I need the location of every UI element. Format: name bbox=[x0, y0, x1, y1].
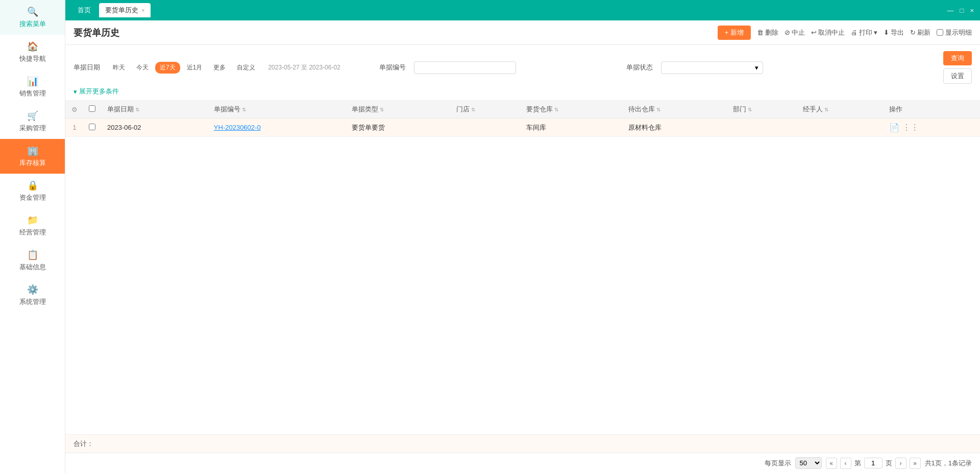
row-department bbox=[728, 119, 798, 137]
first-page-btn[interactable]: « bbox=[826, 458, 837, 469]
stop-icon: ⊘ bbox=[785, 29, 790, 36]
th-bill-no[interactable]: 单据编号 bbox=[209, 101, 347, 119]
page-input[interactable] bbox=[864, 458, 883, 468]
th-gear[interactable]: ⚙ bbox=[65, 101, 84, 119]
th-department[interactable]: 部门 bbox=[728, 101, 798, 119]
quick-nav-icon: 🏠 bbox=[27, 41, 38, 52]
tab-home[interactable]: 首页 bbox=[71, 3, 97, 17]
sidebar-item-label: 基础信息 bbox=[19, 263, 46, 272]
tab-home-label: 首页 bbox=[78, 6, 91, 15]
refresh-icon: ↻ bbox=[910, 29, 916, 36]
print-button[interactable]: 🖨 打印 ▾ bbox=[851, 28, 877, 37]
sidebar-item-finance[interactable]: 🔒 资金管理 bbox=[0, 174, 65, 208]
date-buttons: 昨天 今天 近7天 近1月 更多 自定义 bbox=[108, 62, 260, 74]
delete-button[interactable]: 🗑 删除 bbox=[757, 28, 778, 37]
sidebar-item-operations[interactable]: 📁 经营管理 bbox=[0, 208, 65, 243]
per-page-label: 每页显示 bbox=[765, 459, 791, 468]
bill-no-label: 单据编号 bbox=[379, 63, 406, 72]
purchase-icon: 🛒 bbox=[27, 110, 38, 122]
select-all-checkbox[interactable] bbox=[89, 105, 95, 112]
date-btn-more[interactable]: 更多 bbox=[209, 62, 230, 74]
query-button[interactable]: 查询 bbox=[943, 51, 972, 65]
row-actions-cell: 📄 ⋮⋮ bbox=[884, 119, 980, 137]
inventory-icon: 🏢 bbox=[27, 145, 38, 156]
sidebar-item-purchase[interactable]: 🛒 采购管理 bbox=[0, 104, 65, 139]
prev-page-btn[interactable]: ‹ bbox=[840, 458, 851, 469]
page-actions: + 新增 🗑 删除 ⊘ 中止 ↩ 取消中止 🖨 打印 ▾ bbox=[718, 26, 972, 40]
table-footer: 合计： bbox=[65, 434, 980, 453]
status-select[interactable]: ▾ bbox=[661, 61, 763, 74]
row-handler bbox=[798, 119, 884, 137]
row-bill-no: YH-20230602-0 bbox=[209, 119, 347, 137]
th-store[interactable]: 门店 bbox=[451, 101, 521, 119]
settings-button[interactable]: 设置 bbox=[943, 68, 972, 84]
row-date: 2023-06-02 bbox=[102, 119, 209, 137]
filter-row-1: 单据日期 昨天 今天 近7天 近1月 更多 自定义 2023-05-27 至 2… bbox=[74, 51, 972, 84]
stop-button[interactable]: ⊘ 中止 bbox=[785, 28, 805, 37]
th-handler[interactable]: 经手人 bbox=[798, 101, 884, 119]
next-page-btn[interactable]: › bbox=[895, 458, 906, 469]
page-header: 要货单历史 + 新增 🗑 删除 ⊘ 中止 ↩ 取消中止 🖨 打印 bbox=[65, 20, 980, 45]
date-btn-7days[interactable]: 近7天 bbox=[155, 62, 180, 74]
bill-no-link[interactable]: YH-20230602-0 bbox=[214, 124, 261, 131]
page-suffix: 页 bbox=[886, 459, 892, 468]
window-maximize-btn[interactable]: □ bbox=[960, 7, 964, 14]
pagination: 每页显示 50 20 100 200 « ‹ 第 页 › » 共1页，1条记录 bbox=[65, 453, 980, 473]
row-more-btn[interactable]: ⋮⋮ bbox=[902, 123, 919, 132]
search-menu-icon: 🔍 bbox=[27, 6, 38, 17]
date-btn-yesterday[interactable]: 昨天 bbox=[108, 62, 130, 74]
sidebar-item-quick-nav[interactable]: 🏠 快捷导航 bbox=[0, 35, 65, 69]
show-detail-label: 显示明细 bbox=[945, 28, 972, 37]
export-button[interactable]: ⬇ 导出 bbox=[884, 28, 904, 37]
sidebar-item-label: 搜索菜单 bbox=[19, 19, 46, 29]
th-date[interactable]: 单据日期 bbox=[102, 101, 209, 119]
main-content: 首页 要货单历史 × — □ × 要货单历史 + 新增 🗑 删除 ⊘ 中 bbox=[65, 0, 980, 473]
date-btn-custom[interactable]: 自定义 bbox=[232, 62, 260, 74]
refresh-button[interactable]: ↻ 刷新 bbox=[910, 28, 930, 37]
page-nav: « ‹ 第 页 › » bbox=[826, 458, 921, 469]
export-icon: ⬇ bbox=[884, 29, 889, 36]
sidebar-item-label: 快捷导航 bbox=[19, 54, 46, 63]
sidebar-item-sales[interactable]: 📊 销售管理 bbox=[0, 69, 65, 104]
print-dropdown-icon: ▾ bbox=[874, 29, 877, 36]
status-label: 单据状态 bbox=[626, 63, 653, 72]
table-wrap: ⚙ 单据日期 单据编号 单据类型 门店 要货仓库 待出仓库 部门 经手人 操作 bbox=[65, 101, 980, 434]
topbar: 首页 要货单历史 × — □ × bbox=[65, 0, 980, 20]
window-minimize-btn[interactable]: — bbox=[947, 7, 954, 14]
show-detail-checkbox[interactable] bbox=[937, 29, 943, 36]
th-actions: 操作 bbox=[884, 101, 980, 119]
sidebar-item-label: 采购管理 bbox=[19, 124, 46, 133]
finance-icon: 🔒 bbox=[27, 180, 38, 191]
th-pending-warehouse[interactable]: 待出仓库 bbox=[623, 101, 728, 119]
tab-active[interactable]: 要货单历史 × bbox=[99, 3, 151, 17]
th-bill-type[interactable]: 单据类型 bbox=[347, 101, 451, 119]
window-close-btn[interactable]: × bbox=[970, 7, 974, 14]
row-edit-btn[interactable]: 📄 bbox=[889, 123, 899, 132]
bill-no-input[interactable] bbox=[414, 61, 516, 74]
th-checkbox bbox=[84, 101, 102, 119]
row-pending-warehouse: 原材料仓库 bbox=[623, 119, 728, 137]
tab-close-icon[interactable]: × bbox=[141, 7, 144, 13]
sidebar-item-inventory[interactable]: 🏢 库存核算 bbox=[0, 139, 65, 174]
expand-more-btn[interactable]: ▾ 展开更多条件 bbox=[74, 87, 972, 96]
last-page-btn[interactable]: » bbox=[910, 458, 921, 469]
page-jump-prefix: 第 bbox=[854, 459, 861, 468]
row-bill-type: 要货单要货 bbox=[347, 119, 451, 137]
new-button[interactable]: + 新增 bbox=[718, 26, 751, 40]
filter-area: 单据日期 昨天 今天 近7天 近1月 更多 自定义 2023-05-27 至 2… bbox=[65, 45, 980, 101]
date-btn-today[interactable]: 今天 bbox=[132, 62, 153, 74]
sidebar-item-system[interactable]: ⚙️ 系统管理 bbox=[0, 278, 65, 313]
row-checkbox[interactable] bbox=[89, 124, 95, 130]
row-action-buttons: 📄 ⋮⋮ bbox=[889, 123, 975, 132]
sidebar-item-search-menu[interactable]: 🔍 搜索菜单 bbox=[0, 0, 65, 35]
date-btn-1month[interactable]: 近1月 bbox=[182, 62, 207, 74]
row-no: 1 bbox=[65, 119, 84, 137]
row-req-warehouse: 车间库 bbox=[521, 119, 623, 137]
th-req-warehouse[interactable]: 要货仓库 bbox=[521, 101, 623, 119]
per-page-select[interactable]: 50 20 100 200 bbox=[795, 457, 822, 469]
pagination-summary: 共1页，1条记录 bbox=[925, 459, 972, 468]
status-select-arrow: ▾ bbox=[755, 64, 758, 72]
sidebar-item-basic-info[interactable]: 📋 基础信息 bbox=[0, 243, 65, 278]
cancel-stop-button[interactable]: ↩ 取消中止 bbox=[811, 28, 845, 37]
date-range-display: 2023-05-27 至 2023-06-02 bbox=[268, 63, 340, 72]
